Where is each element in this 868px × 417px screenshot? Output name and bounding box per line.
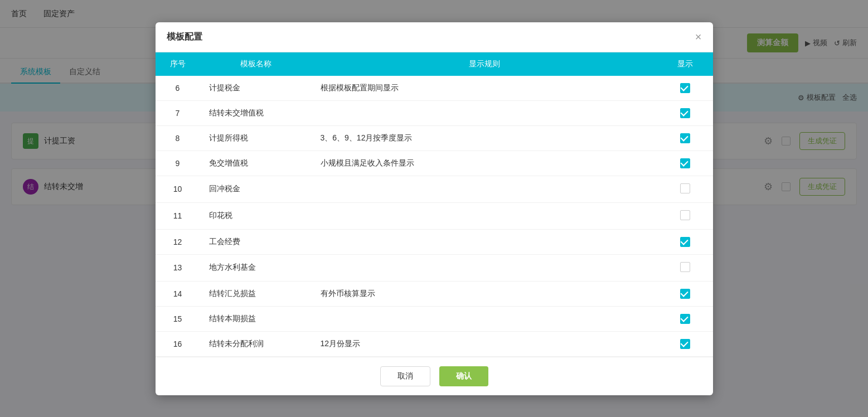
table-row: 10回冲税金: [156, 176, 713, 202]
cell-rule: [312, 100, 657, 125]
cell-name: 免交增值税: [200, 151, 312, 176]
checkbox-row-2[interactable]: [680, 133, 690, 143]
checkbox-row-8[interactable]: [680, 289, 690, 299]
dialog-title: 模板配置: [167, 31, 202, 43]
cell-checkbox[interactable]: [657, 176, 713, 202]
cell-checkbox[interactable]: [657, 202, 713, 229]
dialog-header: 模板配置 ×: [156, 22, 713, 52]
checkbox-row-9[interactable]: [680, 314, 690, 324]
checkbox-row-3[interactable]: [680, 158, 690, 168]
col-rule: 显示规则: [312, 52, 657, 76]
dialog-body: 序号 模板名称 显示规则 显示 6计提税金根据模板配置期间显示7结转未交增值税8…: [156, 52, 713, 357]
dialog: 模板配置 × 序号 模板名称 显示规则 显示 6计提税金根据模板配置期间显示7结…: [156, 22, 713, 395]
table-row: 7结转未交增值税: [156, 100, 713, 125]
checkbox-row-4[interactable]: [680, 183, 690, 193]
cell-rule: 根据模板配置期间显示: [312, 76, 657, 101]
cell-name: 工会经费: [200, 229, 312, 254]
cell-seq: 15: [156, 306, 200, 331]
cell-name: 印花税: [200, 202, 312, 229]
cell-seq: 8: [156, 125, 200, 151]
cell-rule: 小规模且满足收入条件显示: [312, 151, 657, 176]
cell-rule: [312, 229, 657, 254]
checkbox-row-10[interactable]: [680, 339, 690, 349]
table-row: 15结转本期损益: [156, 306, 713, 331]
table-row: 14结转汇兑损益有外币核算显示: [156, 281, 713, 306]
col-display: 显示: [657, 52, 713, 76]
table-header: 序号 模板名称 显示规则 显示: [156, 52, 713, 76]
cell-seq: 12: [156, 229, 200, 254]
cell-seq: 7: [156, 100, 200, 125]
cell-seq: 14: [156, 281, 200, 306]
dialog-footer: 取消 确认: [156, 357, 713, 395]
cell-name: 计提所得税: [200, 125, 312, 151]
cell-seq: 9: [156, 151, 200, 176]
cell-checkbox[interactable]: [657, 254, 713, 281]
table-row: 8计提所得税3、6、9、12月按季度显示: [156, 125, 713, 151]
col-name: 模板名称: [200, 52, 312, 76]
checkbox-row-0[interactable]: [680, 83, 690, 93]
cancel-button[interactable]: 取消: [380, 366, 430, 386]
cell-seq: 6: [156, 76, 200, 101]
cell-name: 结转本期损益: [200, 306, 312, 331]
cell-rule: [312, 306, 657, 331]
cell-rule: [312, 202, 657, 229]
close-button[interactable]: ×: [695, 31, 702, 42]
cell-checkbox[interactable]: [657, 76, 713, 101]
cell-name: 结转未分配利润: [200, 331, 312, 356]
checkbox-row-1[interactable]: [680, 108, 690, 118]
cell-name: 地方水利基金: [200, 254, 312, 281]
checkbox-row-5[interactable]: [680, 210, 690, 220]
cell-rule: [312, 254, 657, 281]
table-row: 12工会经费: [156, 229, 713, 254]
cell-name: 结转汇兑损益: [200, 281, 312, 306]
table-row: 13地方水利基金: [156, 254, 713, 281]
cell-checkbox[interactable]: [657, 100, 713, 125]
cell-rule: [312, 176, 657, 202]
cell-seq: 16: [156, 331, 200, 356]
cell-checkbox[interactable]: [657, 306, 713, 331]
cell-seq: 11: [156, 202, 200, 229]
table-body: 6计提税金根据模板配置期间显示7结转未交增值税8计提所得税3、6、9、12月按季…: [156, 76, 713, 357]
cell-checkbox[interactable]: [657, 151, 713, 176]
cell-checkbox[interactable]: [657, 229, 713, 254]
config-table: 序号 模板名称 显示规则 显示 6计提税金根据模板配置期间显示7结转未交增值税8…: [156, 52, 713, 357]
checkbox-row-7[interactable]: [680, 262, 690, 272]
cell-name: 结转未交增值税: [200, 100, 312, 125]
modal-overlay: 模板配置 × 序号 模板名称 显示规则 显示 6计提税金根据模板配置期间显示7结…: [0, 0, 868, 417]
cell-checkbox[interactable]: [657, 281, 713, 306]
cell-name: 计提税金: [200, 76, 312, 101]
cell-rule: 3、6、9、12月按季度显示: [312, 125, 657, 151]
cell-checkbox[interactable]: [657, 331, 713, 356]
col-seq: 序号: [156, 52, 200, 76]
cell-rule: 12月份显示: [312, 331, 657, 356]
table-row: 6计提税金根据模板配置期间显示: [156, 76, 713, 101]
table-row: 16结转未分配利润12月份显示: [156, 331, 713, 356]
checkbox-row-6[interactable]: [680, 237, 690, 247]
cell-rule: 有外币核算显示: [312, 281, 657, 306]
cell-name: 回冲税金: [200, 176, 312, 202]
cell-seq: 13: [156, 254, 200, 281]
cell-seq: 10: [156, 176, 200, 202]
table-row: 11印花税: [156, 202, 713, 229]
confirm-button[interactable]: 确认: [439, 366, 488, 386]
table-row: 9免交增值税小规模且满足收入条件显示: [156, 151, 713, 176]
cell-checkbox[interactable]: [657, 125, 713, 151]
